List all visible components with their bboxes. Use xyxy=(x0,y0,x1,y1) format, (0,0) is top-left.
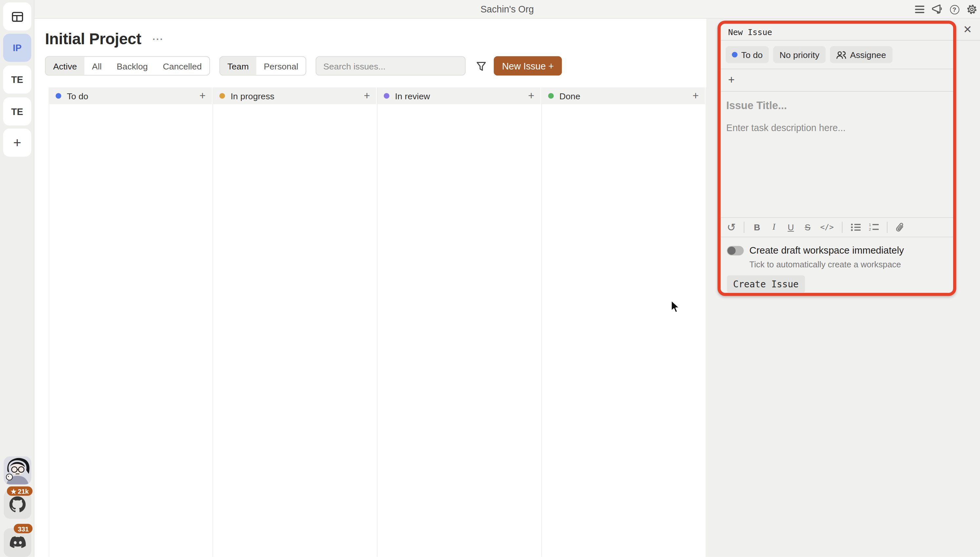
add-issue-icon[interactable]: + xyxy=(693,90,699,102)
workspace-sidebar: IP TE TE + xyxy=(0,0,34,557)
code-button[interactable]: </> xyxy=(820,223,834,232)
status-dot xyxy=(56,93,61,99)
user-avatar[interactable] xyxy=(3,456,31,485)
issue-description-placeholder: Enter task description here... xyxy=(726,122,846,133)
add-workspace-button[interactable]: + xyxy=(3,129,31,157)
filter-tab-team[interactable]: Team xyxy=(220,57,256,75)
help-button[interactable]: ? xyxy=(949,3,960,15)
issue-property-chips: To do No priority Assignee xyxy=(720,41,953,70)
italic-button[interactable]: I xyxy=(769,222,778,232)
workspace-switcher-button[interactable] xyxy=(3,3,31,31)
priority-chip[interactable]: No priority xyxy=(773,46,826,63)
status-filter-group: Active All Backlog Cancelled xyxy=(45,56,210,76)
bullet-list-button[interactable] xyxy=(851,223,860,232)
issue-title-input[interactable]: Issue Title... xyxy=(720,92,953,112)
discord-count-badge: 331 xyxy=(14,524,33,533)
add-property-button[interactable]: + xyxy=(728,74,735,87)
funnel-icon xyxy=(476,60,487,72)
plus-icon: + xyxy=(13,135,21,151)
draft-workspace-toggle[interactable] xyxy=(727,246,743,255)
bold-button[interactable]: B xyxy=(753,222,761,232)
divider xyxy=(955,40,980,41)
star-icon: ★ xyxy=(10,487,16,495)
add-property-row: + xyxy=(720,70,953,92)
column-header: In review + xyxy=(377,88,541,104)
project-initials: IP xyxy=(13,42,22,53)
create-issue-button[interactable]: Create Issue xyxy=(727,275,805,293)
board-controls: Active All Backlog Cancelled Team Person… xyxy=(45,56,562,76)
numbered-list-icon: 1 2 xyxy=(869,223,879,232)
close-panel-button[interactable]: ✕ xyxy=(963,24,972,35)
org-title: Sachin's Org xyxy=(34,3,980,14)
column-header: To do + xyxy=(49,88,212,104)
undo-button[interactable]: ↺ xyxy=(727,221,736,234)
column-dropzone[interactable] xyxy=(49,104,212,557)
help-icon: ? xyxy=(950,5,959,14)
column-header: Done + xyxy=(542,88,705,104)
filter-tab-all[interactable]: All xyxy=(84,57,109,75)
assignee-chip[interactable]: Assignee xyxy=(830,46,892,63)
divider xyxy=(842,221,843,233)
column-in-progress: In progress + xyxy=(213,88,377,557)
avatar-illustration xyxy=(3,456,31,485)
add-issue-icon[interactable]: + xyxy=(199,90,206,102)
sidebar-item-team-2[interactable]: TE xyxy=(3,97,31,125)
discord-icon xyxy=(9,536,26,549)
submit-row: Create Issue xyxy=(720,269,953,293)
announcements-button[interactable] xyxy=(931,3,942,15)
status-chip[interactable]: To do xyxy=(725,46,769,63)
issue-description-input[interactable]: Enter task description here... xyxy=(720,112,953,217)
column-header: In progress + xyxy=(213,88,376,104)
column-done: Done + xyxy=(542,88,706,557)
sidebar-item-team-1[interactable]: TE xyxy=(3,65,31,94)
column-todo: To do + xyxy=(49,88,213,557)
priority-chip-label: No priority xyxy=(780,49,820,59)
column-dropzone[interactable] xyxy=(542,104,706,557)
kanban-columns: To do + In progress + In review + xyxy=(49,88,706,557)
menu-icon xyxy=(915,6,924,13)
paperclip-icon xyxy=(896,222,905,232)
sidebar-item-initial-project[interactable]: IP xyxy=(3,34,31,62)
filter-tab-active[interactable]: Active xyxy=(46,57,84,75)
scope-filter-group: Team Personal xyxy=(219,56,306,76)
status-chip-label: To do xyxy=(741,49,763,59)
project-menu-button[interactable]: ··· xyxy=(152,34,164,44)
users-icon xyxy=(836,50,846,59)
column-title: In progress xyxy=(230,91,358,101)
team-initials: TE xyxy=(11,74,23,85)
issue-title-placeholder: Issue Title... xyxy=(726,100,787,112)
draft-workspace-toggle-row: Create draft workspace immediately xyxy=(720,237,953,256)
attachment-button[interactable] xyxy=(896,222,905,232)
numbered-list-button[interactable]: 1 2 xyxy=(869,223,879,232)
right-panel-region: ✕ New Issue To do No priority xyxy=(706,19,980,557)
filter-tab-cancelled[interactable]: Cancelled xyxy=(155,57,209,75)
search-input[interactable]: Search issues... xyxy=(316,56,466,76)
status-dot xyxy=(732,52,737,57)
strikethrough-button[interactable]: S xyxy=(803,222,812,232)
toggle-label: Create draft workspace immediately xyxy=(750,245,904,256)
settings-button[interactable] xyxy=(966,3,977,15)
divider xyxy=(744,221,745,233)
add-issue-icon[interactable]: + xyxy=(528,90,534,102)
underline-button[interactable]: U xyxy=(787,222,795,232)
discord-member-count: 331 xyxy=(18,525,29,533)
toggle-hint: Tick to automatically create a workspace xyxy=(720,256,953,269)
svg-text:2: 2 xyxy=(869,227,871,231)
new-issue-panel: New Issue To do No priority Assi xyxy=(718,21,956,296)
column-dropzone[interactable] xyxy=(213,104,377,557)
menu-button[interactable] xyxy=(914,3,925,15)
app-topbar: Sachin's Org ? xyxy=(34,0,980,19)
add-issue-icon[interactable]: + xyxy=(364,90,370,102)
filter-tab-backlog[interactable]: Backlog xyxy=(109,57,155,75)
divider xyxy=(887,221,887,233)
toggle-knob xyxy=(727,246,736,254)
megaphone-icon xyxy=(931,4,942,14)
new-issue-button[interactable]: New Issue + xyxy=(494,56,562,76)
filter-tab-personal[interactable]: Personal xyxy=(256,57,306,75)
github-stars-badge: ★ 21k xyxy=(7,486,33,496)
filter-button[interactable] xyxy=(476,60,487,72)
column-dropzone[interactable] xyxy=(377,104,541,557)
gear-icon xyxy=(966,3,977,15)
status-dot xyxy=(219,93,225,99)
status-dot xyxy=(384,93,389,99)
